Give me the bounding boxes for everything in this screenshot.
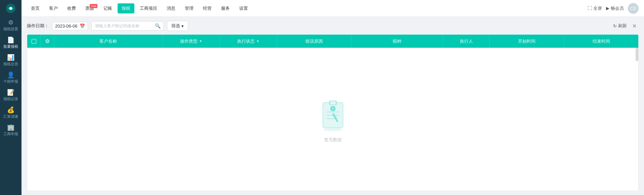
sidebar-item-baoshuishezhi[interactable]: ⚙ 报税设置 (0, 17, 22, 34)
table: ⚙ 客户名称 操作类型 ▼ 执行状态 ▼ 错误原因 税种 执行人 开始时间 (27, 34, 639, 191)
th-checkbox[interactable] (27, 35, 41, 48)
filter-button[interactable]: 筛选 ▾ (167, 21, 188, 31)
th-endtime: 结束时间 (564, 35, 638, 48)
date-picker[interactable]: 2023-06-06 📅 (52, 22, 88, 30)
topnav-right: ⛶ 全屏 ▶ 畅会员 CE (588, 3, 639, 14)
fullscreen-button[interactable]: ⛶ 全屏 (588, 5, 602, 11)
nav-guanli[interactable]: 管理 (181, 3, 198, 13)
member-icon: ▶ (606, 6, 609, 11)
refresh-icon: ↻ (613, 24, 617, 29)
header-checkbox[interactable] (32, 39, 36, 44)
topnav-items: 首页 客户 收费 票据 new 记账 报税 工商项目 消息 管理 经营 服务 设… (27, 3, 588, 13)
huisuanjiaona-icon: 💰 (7, 107, 14, 113)
gongshangnianba-icon: 🏢 (7, 124, 14, 130)
optype-filter-icon: ▼ (199, 39, 202, 43)
search-icon: 🔍 (155, 23, 161, 29)
th-client: 客户名称 (54, 35, 163, 48)
sidebar-item-gongshangnianba[interactable]: 🏢 工商年报 (0, 122, 22, 139)
search-input[interactable] (92, 22, 152, 30)
sidebar-logo (0, 0, 22, 17)
avatar[interactable]: CE (628, 3, 639, 14)
nav-shouye[interactable]: 首页 (27, 3, 44, 13)
baoshuishezhi-icon: ⚙ (8, 20, 13, 26)
baoshuijilu-icon: 📝 (7, 89, 14, 95)
date-label: 操作日期： (27, 23, 49, 29)
table-header: ⚙ 客户名称 操作类型 ▼ 执行状态 ▼ 错误原因 税种 执行人 开始时间 (27, 35, 638, 48)
svg-text:!: ! (332, 107, 333, 111)
nav-gongshangxiangmu[interactable]: 工商项目 (136, 3, 161, 13)
th-optype[interactable]: 操作类型 ▼ (163, 35, 220, 48)
th-settings[interactable]: ⚙ (41, 35, 54, 48)
chevron-down-icon: ▾ (181, 24, 184, 29)
nav-fuwu[interactable]: 服务 (217, 3, 234, 13)
empty-text: 暂无数据 (324, 137, 342, 143)
sidebar-item-baoshuizonglan[interactable]: 📊 报税总览 (0, 52, 22, 69)
th-errorreason: 错误原因 (277, 35, 351, 48)
svg-point-12 (324, 128, 342, 131)
nav-shezhi[interactable]: 设置 (235, 3, 252, 13)
fullscreen-icon: ⛶ (588, 6, 592, 11)
toolbar: 操作日期： 2023-06-06 📅 🔍 筛选 ▾ ↻ (27, 21, 639, 31)
th-execstate[interactable]: 执行状态 ▼ (220, 35, 277, 48)
settings-icon[interactable]: ⚙ (45, 38, 50, 44)
table-body: ! 暂无数据 (27, 48, 638, 191)
nav-kehu[interactable]: 客户 (45, 3, 62, 13)
sidebar-item-piliangbaoshui[interactable]: 📄 批量报税 (0, 34, 22, 52)
calendar-icon: 📅 (80, 24, 85, 29)
empty-state: ! 暂无数据 (316, 96, 350, 143)
refresh-button[interactable]: ↻ 刷新 (613, 23, 627, 29)
empty-illustration: ! (316, 96, 350, 133)
nav-jingying[interactable]: 经营 (199, 3, 216, 13)
nav-baoshui[interactable]: 报税 (118, 3, 134, 13)
sidebar-item-huisuanjiaona[interactable]: 💰 汇算清缴 (0, 104, 22, 122)
nav-piaoju[interactable]: 票据 new (81, 3, 98, 13)
th-executor: 执行人 (443, 35, 490, 48)
svg-rect-4 (330, 101, 336, 105)
th-taxtype: 税种 (351, 35, 443, 48)
svg-point-1 (9, 7, 12, 10)
page-content: 操作日期： 2023-06-06 📅 🔍 筛选 ▾ ↻ (22, 17, 644, 195)
close-button[interactable]: ✕ (630, 22, 639, 30)
close-icon: ✕ (632, 23, 637, 29)
main-area: 首页 客户 收费 票据 new 记账 报税 工商项目 消息 管理 经营 服务 设… (22, 0, 644, 195)
piaoju-badge: new (90, 4, 97, 8)
execstate-filter-icon: ▼ (256, 39, 259, 43)
nav-shoufei[interactable]: 收费 (63, 3, 80, 13)
geshuishenbao-icon: 👤 (7, 72, 14, 78)
search-button[interactable]: 🔍 (152, 22, 163, 30)
sidebar-item-geshuishenbao[interactable]: 👤 个税申报 (0, 69, 22, 87)
member-button[interactable]: ▶ 畅会员 (606, 5, 624, 11)
sidebar: ⚙ 报税设置 📄 批量报税 📊 报税总览 👤 个税申报 📝 报税记录 💰 汇算清… (0, 0, 22, 195)
sidebar-item-baoshuijilu[interactable]: 📝 报税记录 (0, 87, 22, 104)
baoshuizonglan-icon: 📊 (7, 54, 14, 61)
table-scrollbar[interactable] (636, 48, 638, 61)
date-value: 2023-06-06 (55, 24, 78, 29)
content: 操作日期： 2023-06-06 📅 🔍 筛选 ▾ ↻ (22, 17, 644, 195)
th-starttime: 开始时间 (490, 35, 564, 48)
topnav: 首页 客户 收费 票据 new 记账 报税 工商项目 消息 管理 经营 服务 设… (22, 0, 644, 17)
search-wrap: 🔍 (91, 21, 164, 31)
piliangbaoshui-icon: 📄 (7, 37, 14, 43)
nav-jizhang[interactable]: 记账 (99, 3, 116, 13)
nav-xiaoxi[interactable]: 消息 (163, 3, 179, 13)
